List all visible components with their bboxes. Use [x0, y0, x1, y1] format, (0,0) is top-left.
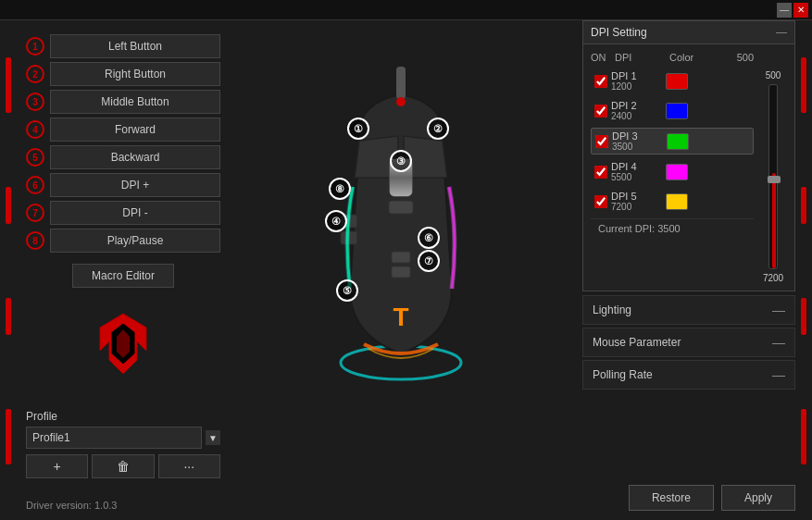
current-dpi: Current DPI: 3500	[591, 218, 754, 238]
dpi-name-dpi5: DPI 5 7200	[611, 191, 662, 212]
button-label-6[interactable]: DPI +	[50, 173, 220, 197]
deco-stripe-1	[6, 57, 11, 113]
title-bar: — ✕	[0, 0, 812, 20]
dpi-color-dpi3[interactable]	[667, 133, 689, 150]
restore-button[interactable]: Restore	[629, 485, 714, 511]
button-label-3[interactable]: Middle Button	[50, 90, 220, 114]
dpi-name-dpi4: DPI 4 5500	[611, 161, 662, 182]
dpi-color-dpi4[interactable]	[666, 164, 688, 180]
right-panel: DPI Setting — ON DPI Color 500 DPI 1 120…	[582, 20, 795, 501]
button-row: 2 Right Button	[26, 62, 220, 86]
button-number: 4	[26, 120, 44, 139]
callout-2: ②	[427, 118, 449, 140]
dpi-checkbox-dpi5[interactable]	[594, 195, 607, 208]
callout-6: ⑥	[418, 227, 440, 249]
profile-more-button[interactable]: ···	[158, 454, 220, 478]
left-decoration	[0, 20, 17, 501]
deco-stripe-2	[6, 187, 11, 224]
deco-stripe-r1	[801, 57, 806, 113]
button-label-1[interactable]: Left Button	[50, 34, 220, 58]
button-label-8[interactable]: Play/Pause	[50, 229, 220, 253]
dpi-checkbox-dpi3[interactable]	[595, 135, 608, 148]
dpi-name-dpi1: DPI 1 1200	[611, 70, 662, 92]
button-label-4[interactable]: Forward	[50, 118, 220, 142]
close-button[interactable]: ✕	[793, 3, 808, 18]
dpi-collapse-icon[interactable]: —	[776, 26, 787, 39]
button-row: 4 Forward	[26, 118, 220, 142]
button-label-7[interactable]: DPI -	[50, 201, 220, 225]
dpi-panel-header: DPI Setting —	[583, 21, 794, 44]
svg-rect-7	[392, 266, 410, 278]
button-number: 6	[26, 176, 44, 194]
section-collapse-icon-lighting: —	[772, 303, 785, 317]
button-number: 1	[26, 37, 44, 56]
dpi-color-dpi2[interactable]	[666, 103, 688, 119]
dpi-slider-track[interactable]	[768, 84, 778, 269]
deco-stripe-r3	[801, 298, 806, 335]
apply-button[interactable]: Apply	[721, 485, 795, 511]
svg-rect-6	[392, 252, 410, 263]
button-row: 3 Middle Button	[26, 90, 220, 114]
button-number: 2	[26, 65, 44, 83]
main-window: — ✕ 1 Left Button 2 Right Button 3 Middl…	[0, 0, 812, 520]
svg-rect-9	[396, 67, 406, 99]
dpi-row-dpi5: DPI 5 7200	[591, 189, 754, 214]
dpi-col-on-header: ON	[591, 52, 611, 63]
section-collapse-icon-mouse_parameter: —	[772, 335, 785, 350]
dpi-rows: DPI 1 1200 DPI 2 2400 DPI 3 3500 DPI 4 5…	[591, 68, 754, 214]
section-collapse-icon-polling_rate: —	[772, 367, 785, 382]
macro-editor-button[interactable]: Macro Editor	[72, 264, 174, 288]
left-panel: 1 Left Button 2 Right Button 3 Middle Bu…	[17, 20, 230, 501]
dpi-col-dpi-header: DPI	[615, 52, 666, 63]
right-decoration	[795, 20, 812, 501]
mouse-area: T ① ② ③ ④ ⑤ ⑥ ⑦ ⑧	[230, 20, 572, 464]
dpi-checkbox-dpi4[interactable]	[594, 166, 607, 179]
dpi-slider-thumb[interactable]	[768, 176, 781, 183]
profile-label: Profile	[26, 410, 220, 423]
dpi-row-dpi3: DPI 3 3500	[591, 128, 754, 155]
dpi-panel: DPI Setting — ON DPI Color 500 DPI 1 120…	[582, 20, 795, 291]
button-label-5[interactable]: Backward	[50, 145, 220, 169]
bottom-buttons: Restore Apply	[629, 485, 795, 511]
callout-1: ①	[347, 118, 369, 140]
section-header-lighting[interactable]: Lighting —	[583, 296, 794, 324]
profile-section: Profile Profile1 ▼ + 🗑 ···	[26, 410, 220, 488]
mouse-container: T ① ② ③ ④ ⑤ ⑥ ⑦ ⑧	[308, 67, 493, 418]
minimize-button[interactable]: —	[777, 3, 792, 18]
section-label-polling_rate: Polling Rate	[593, 368, 653, 381]
dpi-slider-bottom-val: 7200	[763, 273, 783, 283]
callout-7: ⑦	[418, 250, 440, 272]
section-header-mouse_parameter[interactable]: Mouse Parameter —	[583, 328, 794, 356]
profile-add-button[interactable]: +	[26, 454, 88, 478]
profile-actions: + 🗑 ···	[26, 454, 220, 478]
deco-stripe-r4	[801, 409, 806, 464]
button-number: 3	[26, 93, 44, 111]
dpi-content: ON DPI Color 500 DPI 1 1200 DPI 2 2400 D…	[583, 44, 794, 291]
profile-delete-button[interactable]: 🗑	[92, 454, 154, 478]
dpi-checkbox-dpi2[interactable]	[594, 105, 607, 118]
dpi-panel-title: DPI Setting	[591, 26, 647, 39]
button-number: 5	[26, 148, 44, 167]
button-label-2[interactable]: Right Button	[50, 62, 220, 86]
button-number: 8	[26, 231, 44, 250]
section-header-polling_rate[interactable]: Polling Rate —	[583, 361, 794, 389]
dpi-row-dpi2: DPI 2 2400	[591, 98, 754, 123]
profile-select[interactable]: Profile1	[26, 427, 202, 449]
dpi-header-row: ON DPI Color 500	[591, 52, 754, 63]
deco-stripe-4	[6, 409, 11, 464]
profile-select-row: Profile1 ▼	[26, 427, 220, 449]
section-polling_rate: Polling Rate —	[582, 360, 795, 390]
deco-stripe-3	[6, 298, 11, 335]
button-row: 7 DPI -	[26, 201, 220, 225]
callout-8: ⑧	[329, 178, 351, 200]
dpi-slider-fill	[772, 173, 776, 268]
callout-5: ⑤	[336, 279, 358, 302]
svg-text:T: T	[393, 303, 408, 331]
mouse-image: T	[308, 67, 493, 409]
dpi-checkbox-dpi1[interactable]	[594, 75, 607, 88]
section-label-lighting: Lighting	[593, 303, 631, 316]
dpi-color-dpi5[interactable]	[666, 193, 688, 210]
dpi-col-color-header: Color	[669, 52, 697, 63]
section-mouse_parameter: Mouse Parameter —	[582, 328, 795, 357]
dpi-color-dpi1[interactable]	[666, 73, 688, 90]
